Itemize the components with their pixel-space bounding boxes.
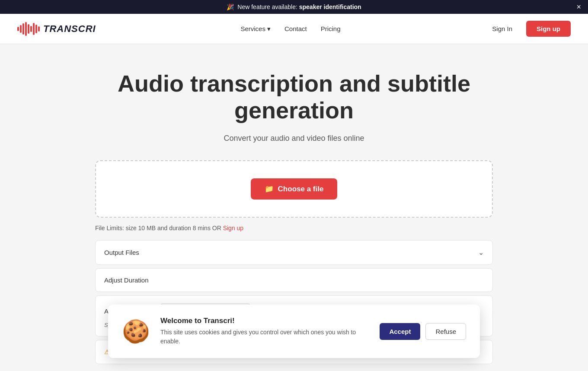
adjust-duration-accordion: Adjust Duration	[95, 268, 493, 292]
announcement-emoji: 🎉	[227, 3, 234, 10]
close-announcement-button[interactable]: ×	[576, 3, 581, 11]
cookie-title: Welcome to Transcri!	[160, 317, 369, 325]
main-nav: Services ▾ Contact Pricing	[240, 25, 340, 33]
sign-up-button[interactable]: Sign up	[526, 21, 571, 37]
logo-text: TRANSCRI	[43, 23, 96, 35]
adjust-duration-label: Adjust Duration	[104, 276, 149, 284]
cookie-banner: 🍪 Welcome to Transcri! This site uses co…	[108, 304, 480, 358]
cookie-description: This site uses cookies and gives you con…	[160, 328, 369, 346]
upload-area[interactable]: 📁 Choose a file	[95, 160, 493, 218]
sign-up-link[interactable]: Sign up	[223, 225, 243, 231]
cookie-text: Welcome to Transcri! This site uses cook…	[160, 317, 369, 346]
hero-title: Audio transcription and subtitle generat…	[95, 70, 493, 124]
announcement-bar: 🎉 New feature available: speaker identif…	[0, 0, 588, 14]
file-limits-text: File Limits: size 10 MB and duration 8 m…	[95, 225, 493, 231]
output-files-header[interactable]: Output Files ⌄	[96, 241, 492, 264]
logo-icon	[17, 22, 40, 36]
nav-contact[interactable]: Contact	[284, 25, 307, 32]
folder-icon: 📁	[265, 184, 274, 193]
logo-link[interactable]: TRANSCRI	[17, 22, 96, 36]
announcement-text: New feature available: speaker identific…	[237, 3, 361, 10]
output-files-accordion: Output Files ⌄	[95, 240, 493, 265]
sign-in-button[interactable]: Sign In	[485, 22, 519, 36]
output-files-chevron-icon: ⌄	[478, 248, 484, 257]
hero-subtitle: Convert your audio and video files onlin…	[95, 134, 493, 143]
output-files-label: Output Files	[104, 249, 139, 256]
nav-services[interactable]: Services ▾	[240, 25, 271, 33]
choose-file-button[interactable]: 📁 Choose a file	[251, 178, 338, 200]
header-actions: Sign In Sign up	[485, 21, 571, 37]
refuse-cookies-button[interactable]: Refuse	[425, 323, 466, 340]
adjust-duration-header[interactable]: Adjust Duration	[96, 269, 492, 292]
site-header: TRANSCRI Services ▾ Contact Pricing Sign…	[0, 14, 588, 44]
accept-cookies-button[interactable]: Accept	[380, 323, 420, 340]
announcement-bold: speaker identification	[299, 3, 361, 10]
cookie-icon: 🍪	[122, 318, 150, 345]
cookie-actions: Accept Refuse	[380, 323, 466, 340]
chevron-down-icon: ▾	[267, 25, 271, 33]
nav-pricing[interactable]: Pricing	[321, 25, 341, 32]
